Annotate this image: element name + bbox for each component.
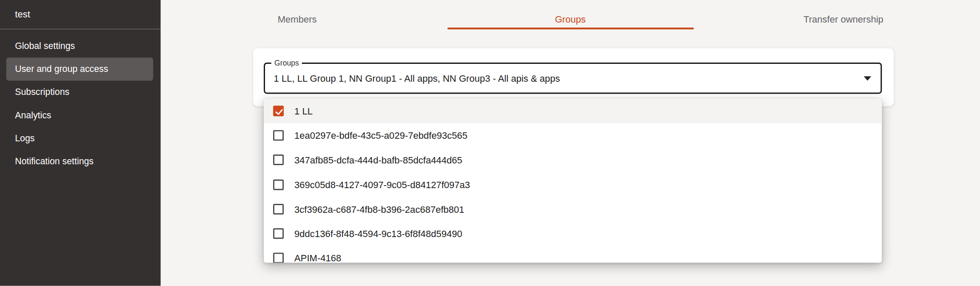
sidebar-item-global-settings[interactable]: Global settings [6, 34, 153, 57]
option-checkbox[interactable] [273, 228, 284, 239]
main-content: Members Groups Transfer ownership Groups… [161, 0, 980, 286]
dropdown-option-1-ll[interactable]: 1 LL [264, 99, 882, 123]
groups-card: Groups 1 LL, LL Group 1, NN Group1 - All… [253, 48, 894, 106]
active-tab-indicator [447, 28, 693, 29]
sidebar-item-subscriptions[interactable]: Subscriptions [6, 81, 153, 104]
groups-select-field[interactable]: Groups 1 LL, LL Group 1, NN Group1 - All… [264, 63, 882, 94]
tab-members[interactable]: Members [161, 0, 434, 29]
dropdown-option[interactable]: 347afb85-dcfa-444d-bafb-85dcfa444d65 [264, 148, 882, 172]
sidebar-item-analytics[interactable]: Analytics [6, 104, 153, 127]
option-checkbox[interactable] [273, 253, 284, 263]
dropdown-option[interactable]: 1ea0297e-bdfe-43c5-a029-7ebdfe93c565 [264, 123, 882, 148]
check-icon [275, 107, 283, 115]
option-checkbox[interactable] [273, 155, 284, 166]
option-checkbox[interactable] [273, 130, 284, 141]
option-checkbox[interactable] [273, 106, 284, 116]
sidebar-nav: Global settings User and group access Su… [0, 29, 161, 173]
dropdown-option[interactable]: 369c05d8-4127-4097-9c05-d84127f097a3 [264, 172, 882, 197]
sidebar-item-notification-settings[interactable]: Notification settings [6, 150, 153, 173]
app-window: test Global settings User and group acce… [0, 0, 980, 286]
dropdown-arrow-icon[interactable] [864, 76, 872, 80]
tab-transfer-ownership-label: Transfer ownership [803, 14, 883, 24]
groups-field-value: 1 LL, LL Group 1, NN Group1 - All apps, … [265, 73, 587, 83]
option-label: 369c05d8-4127-4097-9c05-d84127f097a3 [294, 179, 470, 190]
groups-dropdown-menu: 1 LL 1ea0297e-bdfe-43c5-a029-7ebdfe93c56… [264, 99, 882, 263]
dropdown-option[interactable]: 3cf3962a-c687-4fb8-b396-2ac687efb801 [264, 197, 882, 221]
option-label: 9ddc136f-8f48-4594-9c13-6f8f48d59490 [294, 228, 462, 239]
sidebar-item-logs[interactable]: Logs [6, 127, 153, 150]
dropdown-option[interactable]: APIM-4168 [264, 246, 882, 263]
tab-transfer-ownership[interactable]: Transfer ownership [707, 0, 980, 29]
option-label: 347afb85-dcfa-444d-bafb-85dcfa444d65 [294, 155, 462, 166]
groups-field-label: Groups [271, 59, 302, 68]
tab-bar: Members Groups Transfer ownership [161, 0, 980, 29]
option-label: 1ea0297e-bdfe-43c5-a029-7ebdfe93c565 [294, 130, 467, 141]
org-title: test [0, 0, 161, 29]
option-checkbox[interactable] [273, 204, 284, 214]
sidebar-item-user-and-group-access[interactable]: User and group access [6, 57, 153, 80]
option-label: 3cf3962a-c687-4fb8-b396-2ac687efb801 [294, 204, 464, 214]
dropdown-option[interactable]: 9ddc136f-8f48-4594-9c13-6f8f48d59490 [264, 221, 882, 246]
tab-groups-label: Groups [555, 14, 586, 24]
sidebar: test Global settings User and group acce… [0, 0, 161, 286]
tab-groups[interactable]: Groups [434, 0, 707, 29]
tab-members-label: Members [278, 14, 317, 24]
option-label: APIM-4168 [294, 253, 341, 263]
option-label: 1 LL [294, 106, 313, 116]
option-checkbox[interactable] [273, 179, 284, 190]
